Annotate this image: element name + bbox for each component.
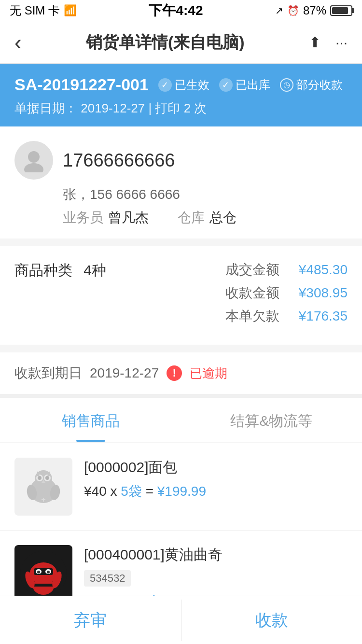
customer-meta: 业务员 曾凡杰 仓库 总仓	[14, 209, 348, 227]
svg-point-6	[38, 476, 42, 480]
status-time: 下午4:42	[149, 1, 203, 20]
warehouse-label: 仓库	[178, 209, 205, 227]
product-price-1: ¥40 x 5袋 = ¥199.99	[84, 482, 348, 501]
deal-row: 成交金额 ¥485.30	[225, 261, 348, 279]
status-right: ↗ ⏰ 87%	[275, 4, 352, 17]
ninja-icon	[19, 550, 68, 598]
tab-settlement[interactable]: 结算&物流等	[181, 398, 362, 442]
page-title: 销货单详情(来自电脑)	[86, 31, 245, 54]
debt-row: 本单欠款 ¥176.35	[225, 307, 348, 325]
receipt-label: 收款金额	[225, 284, 279, 302]
receipt-row: 收款金额 ¥308.95	[225, 284, 348, 302]
list-item: [0000002]面包 ¥40 x 5袋 = ¥199.99	[0, 443, 362, 531]
tab-sales[interactable]: 销售商品	[0, 398, 181, 442]
svg-rect-23	[34, 584, 53, 587]
user-avatar-icon	[22, 148, 46, 172]
status-bar: 无 SIM 卡 📶 下午4:42 ↗ ⏰ 87%	[0, 0, 362, 21]
salesperson-item: 业务员 曾凡杰	[63, 209, 149, 227]
qty-1: 5袋	[121, 484, 142, 499]
due-section: 收款到期日 2019-12-27 ! 已逾期	[0, 352, 362, 398]
salesperson-value: 曾凡杰	[108, 209, 149, 227]
receipt-amount: ¥308.95	[299, 285, 348, 301]
customer-row: 17666666666	[14, 141, 348, 180]
product-name-1: [0000002]面包	[84, 458, 348, 477]
warehouse-value: 总仓	[209, 209, 237, 227]
svg-point-20	[37, 571, 40, 574]
warehouse-item: 仓库 总仓	[178, 209, 237, 227]
badge-shipped: ✓ 已出库	[219, 77, 270, 93]
customer-name: 张，156 6666 6666	[14, 185, 348, 204]
header-banner: SA-20191227-001 ✓ 已生效 ✓ 已出库 ◷ 部分收款 单据日期：…	[0, 64, 362, 126]
overdue-text: 已逾期	[190, 365, 227, 382]
due-date: 2019-12-27	[90, 365, 159, 381]
debt-amount: ¥176.35	[299, 308, 348, 324]
badge-active: ✓ 已生效	[158, 77, 209, 93]
due-label: 收款到期日	[14, 364, 82, 382]
badge-active-label: 已生效	[175, 77, 209, 93]
svg-point-1	[24, 163, 43, 172]
clock-icon: ◷	[280, 78, 293, 92]
order-date: 2019-12-27	[81, 101, 145, 115]
nav-bar: ‹ 销货单详情(来自电脑) ⬆ ···	[0, 21, 362, 64]
banner-row2: 单据日期： 2019-12-27 | 打印 2 次	[14, 100, 348, 117]
type-label: 商品种类	[14, 262, 72, 278]
svg-rect-14	[43, 498, 44, 502]
summary-type: 商品种类 4种	[14, 261, 106, 280]
deal-label: 成交金额	[225, 261, 279, 279]
carrier-text: 无 SIM 卡	[10, 3, 60, 18]
tab-settlement-label: 结算&物流等	[230, 413, 312, 429]
location-icon: ↗	[275, 5, 283, 16]
product-tag-2: 534532	[84, 570, 131, 587]
price-1: ¥40 x	[84, 484, 121, 499]
avatar	[14, 141, 53, 180]
bottom-bar: 弃审 收款	[0, 596, 362, 644]
product-info-1: [0000002]面包 ¥40 x 5袋 = ¥199.99	[84, 458, 348, 501]
svg-point-7	[45, 476, 49, 480]
check-icon2: ✓	[219, 78, 233, 92]
abandon-review-button[interactable]: 弃审	[0, 600, 181, 641]
salesperson-label: 业务员	[63, 209, 103, 227]
product-name-2: [000400001]黄油曲奇	[84, 545, 348, 565]
svg-point-21	[47, 571, 50, 574]
check-icon1: ✓	[158, 78, 172, 92]
share-icon[interactable]: ⬆	[309, 34, 321, 51]
status-left: 无 SIM 卡 📶	[10, 3, 77, 18]
back-button[interactable]: ‹	[14, 30, 22, 55]
badge-shipped-label: 已出库	[236, 77, 270, 93]
banner-row1: SA-20191227-001 ✓ 已生效 ✓ 已出库 ◷ 部分收款	[14, 75, 348, 94]
summary-amounts: 成交金额 ¥485.30 收款金额 ¥308.95 本单欠款 ¥176.35	[225, 261, 348, 330]
customer-phone: 17666666666	[63, 150, 175, 171]
type-count: 4种	[84, 262, 106, 278]
customer-section: 17666666666 张，156 6666 6666 业务员 曾凡杰 仓库 总…	[0, 126, 362, 238]
owl-icon	[24, 467, 63, 506]
total-1: ¥199.99	[157, 484, 206, 499]
deal-amount: ¥485.30	[299, 262, 348, 278]
summary-section: 商品种类 4种 成交金额 ¥485.30 收款金额 ¥308.95 本单欠款 ¥…	[0, 246, 362, 345]
date-label: 单据日期：	[14, 101, 77, 115]
badge-partial-label: 部分收款	[296, 77, 343, 93]
product-thumb-2	[14, 545, 72, 603]
order-id: SA-20191227-001	[14, 75, 149, 94]
tab-sales-label: 销售商品	[62, 413, 120, 429]
collect-payment-button[interactable]: 收款	[181, 600, 362, 641]
battery-icon	[330, 5, 352, 16]
alarm-icon: ⏰	[287, 5, 299, 16]
nav-actions: ⬆ ···	[309, 34, 348, 51]
tabs: 销售商品 结算&物流等	[0, 398, 362, 442]
overdue-icon: !	[167, 365, 182, 381]
eq-1: =	[142, 484, 157, 499]
more-icon[interactable]: ···	[335, 34, 348, 51]
product-thumb-1	[14, 458, 72, 516]
print-text: | 打印 2 次	[148, 101, 207, 115]
debt-label: 本单欠款	[225, 307, 279, 325]
battery-text: 87%	[303, 4, 326, 17]
badge-partial: ◷ 部分收款	[280, 77, 343, 93]
wifi-icon: 📶	[64, 4, 77, 17]
svg-point-0	[28, 151, 40, 163]
